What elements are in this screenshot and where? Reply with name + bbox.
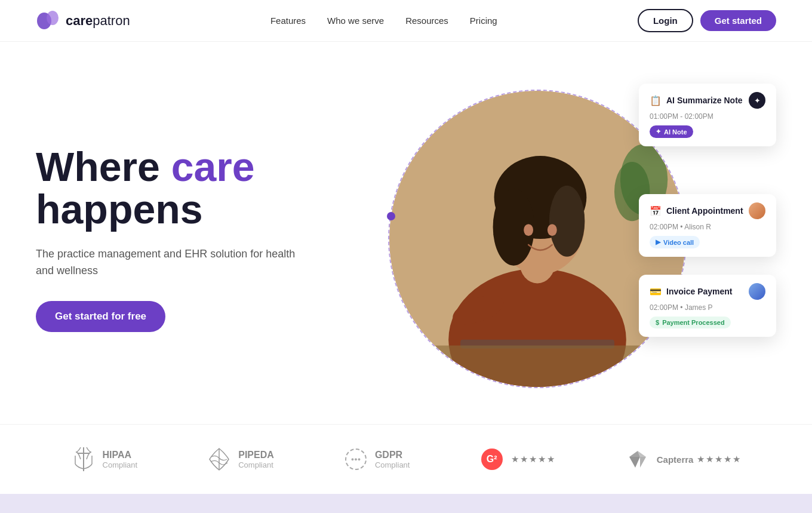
card1-title: AI Summarize Note — [666, 96, 743, 105]
hero-cta-button[interactable]: Get started for free — [36, 301, 165, 332]
g2-stars: ★★★★★ — [511, 454, 556, 465]
note-icon: 📋 — [650, 95, 662, 106]
ai-badge: ✦ AI Note — [650, 125, 693, 138]
pipeda-icon — [206, 446, 232, 472]
pipeda-name: PIPEDA — [238, 450, 274, 460]
logo-text: carepatron — [66, 13, 130, 29]
invoice-card: 💳 Invoice Payment 02:00PM • James P $ Pa… — [639, 275, 776, 337]
hero-left: Where carehappens The practice managemen… — [36, 146, 310, 332]
hipaa-icon — [70, 446, 97, 472]
svg-point-8 — [549, 186, 585, 257]
card2-time: 02:00PM • Alison R — [650, 223, 765, 231]
hero-heading: Where carehappens — [36, 146, 310, 231]
g2-icon: G² — [479, 446, 505, 472]
decoration-dot — [387, 212, 395, 220]
capterra-stars: ★★★★★ — [697, 454, 742, 465]
card2-title: Client Appointment — [666, 206, 743, 216]
nav-actions: Login Get started — [638, 9, 776, 32]
capterra-label: Capterra — [657, 454, 694, 465]
gdpr-name: GDPR — [375, 450, 410, 460]
svg-point-9 — [524, 224, 533, 236]
nav-pricing[interactable]: Pricing — [470, 16, 497, 26]
logo-icon — [36, 8, 61, 33]
invoice-icon: 💳 — [650, 286, 662, 297]
nav-resources[interactable]: Resources — [405, 16, 448, 26]
gdpr-badge: ●●● GDPR Compliant — [343, 446, 410, 472]
navbar: carepatron Features Who we serve Resourc… — [0, 0, 812, 42]
client-avatar-1 — [749, 202, 765, 219]
g2-badge: G² ★★★★★ — [479, 446, 556, 472]
logo[interactable]: carepatron — [36, 8, 130, 33]
card3-time: 02:00PM • James P — [650, 303, 765, 312]
svg-marker-22 — [629, 457, 640, 468]
hipaa-sub: Compliant — [103, 460, 138, 469]
svg-rect-15 — [389, 346, 685, 387]
login-button[interactable]: Login — [638, 9, 693, 32]
hero-subheading: The practice management and EHR solution… — [36, 245, 310, 280]
pipeda-badge: PIPEDA Compliant — [206, 446, 274, 472]
pipeda-sub: Compliant — [238, 460, 274, 469]
footer-strip — [0, 494, 812, 513]
svg-point-1 — [47, 11, 59, 25]
capterra-badge: Capterra ★★★★★ — [625, 446, 742, 472]
magic-icon: ✦ — [749, 92, 765, 109]
svg-marker-23 — [640, 457, 646, 468]
nav-links: Features Who we serve Resources Pricing — [270, 16, 497, 26]
appointment-card: 📅 Client Appointment 02:00PM • Alison R … — [639, 194, 776, 257]
compliance-badges: HIPAA Compliant PIPEDA Compliant ●●● GDP… — [0, 424, 812, 494]
nav-features[interactable]: Features — [270, 16, 306, 26]
nav-who-we-serve[interactable]: Who we serve — [327, 16, 384, 26]
hero-right: 📋 AI Summarize Note ✦ 01:00PM - 02:00PM … — [370, 78, 776, 400]
card1-time: 01:00PM - 02:00PM — [650, 112, 765, 121]
card3-title: Invoice Payment — [666, 287, 733, 296]
hipaa-name: HIPAA — [103, 450, 138, 460]
sparkle-icon: ✦ — [656, 128, 661, 136]
payment-badge: $ Payment Processed — [650, 317, 731, 328]
gdpr-icon: ●●● — [343, 446, 369, 472]
payment-icon: $ — [656, 319, 659, 326]
video-badge: ▶ Video call — [650, 236, 700, 248]
video-icon: ▶ — [656, 238, 660, 246]
calendar-icon: 📅 — [650, 205, 662, 217]
hero-accent: care — [171, 144, 255, 189]
hero-section: Where carehappens The practice managemen… — [0, 42, 812, 424]
capterra-icon — [625, 446, 651, 472]
svg-point-10 — [548, 224, 557, 236]
gdpr-sub: Compliant — [375, 460, 410, 469]
ai-note-card: 📋 AI Summarize Note ✦ 01:00PM - 02:00PM … — [639, 84, 776, 146]
hipaa-badge: HIPAA Compliant — [70, 446, 138, 472]
get-started-button[interactable]: Get started — [700, 10, 776, 31]
client-avatar-2 — [749, 283, 765, 300]
